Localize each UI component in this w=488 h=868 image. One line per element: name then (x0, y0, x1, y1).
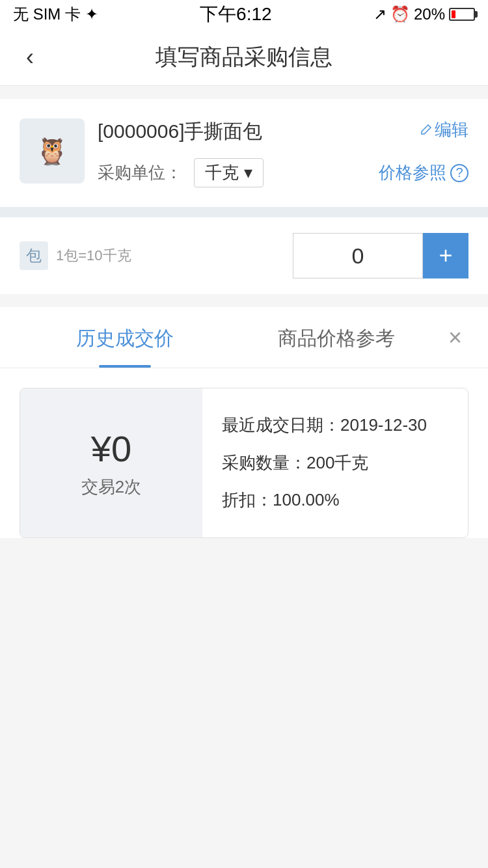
unit-value: 千克 (205, 161, 239, 184)
quantity-input[interactable] (293, 233, 423, 278)
quantity-label: 包 1包=10千克 (20, 241, 131, 270)
transaction-date-value: 2019-12-30 (340, 415, 427, 435)
page-title: 填写商品采购信息 (156, 42, 332, 72)
product-details: [0000006]手撕面包 编辑 采购单位： 千克 ▾ 价格 (98, 118, 468, 187)
transaction-right: 最近成交日期：2019-12-30 采购数量：200千克 折扣：100.00% (202, 388, 468, 537)
transaction-left: ¥0 交易2次 (20, 388, 202, 537)
price-ref-icon: ? (450, 164, 468, 182)
quantity-conversion: 1包=10千克 (56, 246, 131, 265)
transaction-discount-label: 折扣： (222, 490, 273, 509)
edit-button[interactable]: 编辑 (419, 118, 468, 141)
product-name: [0000006]手撕面包 (98, 118, 262, 145)
status-time: 下午6:12 (200, 2, 272, 27)
product-unit-row: 采购单位： 千克 ▾ 价格参照 ? (98, 158, 468, 187)
nav-bar: ‹ 填写商品采购信息 (0, 29, 488, 86)
transaction-quantity-value: 200千克 (306, 453, 368, 472)
tab-history-price[interactable]: 历史成交价 (20, 307, 230, 368)
quantity-section: 包 1包=10千克 + (0, 217, 488, 294)
tab-header: 历史成交价 商品价格参考 × (0, 307, 488, 368)
back-button[interactable]: ‹ (20, 37, 40, 77)
transaction-quantity: 采购数量：200千克 (222, 450, 448, 477)
transaction-count: 交易2次 (81, 476, 141, 498)
transaction-date-label: 最近成交日期： (222, 415, 340, 435)
product-logo: 🦉 (20, 118, 85, 183)
tab-history-price-label: 历史成交价 (76, 327, 174, 349)
product-logo-icon: 🦉 (36, 136, 68, 167)
quantity-unit-icon: 包 (20, 241, 48, 270)
quantity-input-row: + (293, 233, 468, 278)
status-bar: 无 SIM 卡 ✦ 下午6:12 ↗ ⏰ 20% (0, 0, 488, 29)
tab-product-price[interactable]: 商品价格参考 (230, 307, 441, 368)
unit-label: 采购单位： (98, 163, 182, 182)
transaction-discount: 折扣：100.00% (222, 487, 448, 514)
price-ref-label: 价格参照 (379, 161, 446, 184)
unit-select[interactable]: 千克 ▾ (194, 158, 264, 187)
quantity-unit-text: 包 (26, 245, 42, 266)
alarm-icon: ⏰ (390, 5, 410, 23)
product-section: 🦉 [0000006]手撕面包 编辑 采购单位： 千克 ▾ (0, 99, 488, 207)
transaction-card: ¥0 交易2次 最近成交日期：2019-12-30 采购数量：200千克 折扣：… (20, 388, 468, 538)
unit-section: 采购单位： 千克 ▾ (98, 158, 264, 187)
page-body: 🦉 [0000006]手撕面包 编辑 采购单位： 千克 ▾ (0, 99, 488, 868)
product-header: [0000006]手撕面包 编辑 (98, 118, 468, 145)
transaction-date: 最近成交日期：2019-12-30 (222, 412, 448, 439)
dropdown-icon: ▾ (244, 163, 252, 183)
transaction-discount-value: 100.00% (273, 490, 340, 509)
tab-close-button[interactable]: × (442, 318, 468, 358)
quantity-add-button[interactable]: + (423, 233, 468, 278)
battery-percent: 20% (414, 5, 445, 23)
status-right: ↗ ⏰ 20% (373, 5, 475, 23)
tab-section: 历史成交价 商品价格参考 × ¥0 交易2次 最近成交日期：2019-12-30… (0, 307, 488, 538)
price-reference-button[interactable]: 价格参照 ? (379, 161, 468, 184)
transaction-price: ¥0 (91, 427, 131, 470)
battery-fill (452, 10, 455, 18)
transaction-quantity-label: 采购数量： (222, 453, 306, 472)
status-left: 无 SIM 卡 ✦ (13, 4, 98, 25)
direction-icon: ↗ (373, 5, 386, 23)
sim-status: 无 SIM 卡 ✦ (13, 4, 98, 25)
section-divider (0, 207, 488, 217)
tab-product-price-label: 商品价格参考 (278, 327, 395, 349)
battery-icon (449, 8, 475, 21)
edit-icon (419, 124, 432, 137)
